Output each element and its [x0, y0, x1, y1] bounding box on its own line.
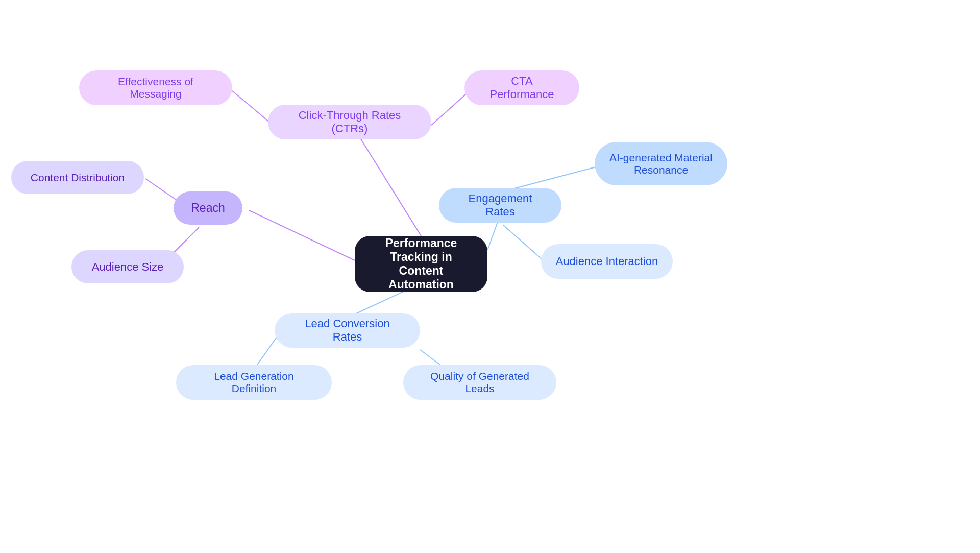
svg-line-0 [352, 125, 421, 236]
engagement-rates-node[interactable]: Engagement Rates [439, 188, 561, 223]
svg-line-3 [249, 210, 355, 260]
center-node[interactable]: Performance Tracking in Content Automati… [355, 236, 487, 292]
effectiveness-node[interactable]: Effectiveness of Messaging [79, 70, 232, 105]
ai-material-node[interactable]: AI-generated Material Resonance [595, 142, 727, 185]
reach-node[interactable]: Reach [174, 191, 242, 225]
svg-line-2 [431, 91, 470, 125]
lead-conversion-node[interactable]: Lead Conversion Rates [275, 313, 420, 348]
svg-line-8 [503, 225, 546, 263]
lead-generation-node[interactable]: Lead Generation Definition [176, 365, 332, 400]
ctr-node[interactable]: Click-Through Rates (CTRs) [268, 105, 431, 139]
audience-size-node[interactable]: Audience Size [71, 250, 184, 283]
quality-leads-node[interactable]: Quality of Generated Leads [403, 365, 556, 400]
svg-line-1 [232, 91, 273, 125]
audience-interaction-node[interactable]: Audience Interaction [541, 244, 673, 279]
cta-node[interactable]: CTA Performance [464, 70, 579, 105]
content-distribution-node[interactable]: Content Distribution [11, 161, 144, 194]
